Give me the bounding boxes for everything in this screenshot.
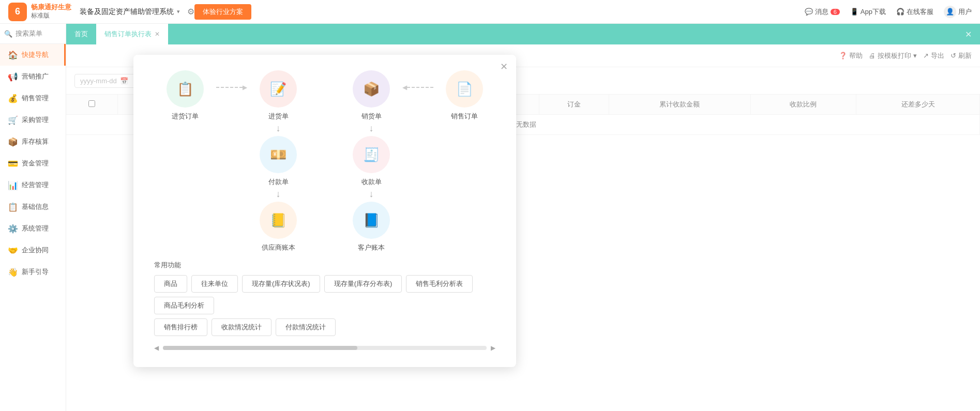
modal-close-icon[interactable]: ✕ <box>500 61 508 72</box>
func-btn-receipt-stats[interactable]: 收款情况统计 <box>212 318 272 336</box>
system-dropdown-arrow[interactable]: ▾ <box>177 8 180 15</box>
search-icon: 🔍 <box>4 30 12 38</box>
arrow-purchase-order-to-bill: ▶ <box>216 70 247 91</box>
download-icon: 📱 <box>850 8 858 16</box>
purchase-icon: 🛒 <box>8 115 18 125</box>
sidebar-item-finance[interactable]: 💳 资金管理 <box>0 153 66 174</box>
logo-area: 6 畅康通好生意 标准版 <box>8 3 71 21</box>
func-btn-payment-stats[interactable]: 付款情况统计 <box>276 318 336 336</box>
supplier-ledger-node: 📒 供应商账本 <box>247 202 309 252</box>
arrow-down-2b: ↓ <box>369 189 374 200</box>
sales-order-node: 📄 销售订单 <box>433 70 495 121</box>
system-icon: ⚙️ <box>8 224 18 233</box>
scroll-track[interactable] <box>163 346 487 350</box>
scroll-thumb <box>163 346 357 350</box>
func-btn-stock-status[interactable]: 现存量(库存状况表) <box>242 275 320 293</box>
func-btn-partners[interactable]: 往来单位 <box>191 275 238 293</box>
finance-icon: 💳 <box>8 159 18 168</box>
top-bar: 6 畅康通好生意 标准版 装备及固定资产辅助管理系统 ▾ ⚙ 体验行业方案 💬 … <box>0 0 980 24</box>
inventory-icon: 📦 <box>8 137 18 146</box>
sidebar-item-inventory[interactable]: 📦 库存核算 <box>0 131 66 153</box>
message-badge: 6 <box>831 9 840 15</box>
sales-bill-node: 📦 销货单 <box>340 70 402 121</box>
receipt-bill-label: 收款单 <box>361 177 382 187</box>
logo-icon: 6 <box>8 3 27 21</box>
sidebar-item-marketing[interactable]: 📢 营销推广 <box>0 66 66 87</box>
receipt-bill-icon: 🧾 <box>353 136 390 173</box>
customer-ledger-icon: 📘 <box>353 202 390 239</box>
sidebar-search[interactable]: 🔍 搜索菜单 <box>0 24 66 44</box>
sidebar-item-sales[interactable]: 💰 销售管理 <box>0 87 66 109</box>
sidebar-item-operation[interactable]: 📊 经营管理 <box>0 174 66 196</box>
modal-overlay[interactable]: ✕ 📋 进货订单 <box>66 24 980 411</box>
func-btn-stock-dist[interactable]: 现存量(库存分布表) <box>324 275 402 293</box>
app-download-btn[interactable]: 📱 App下载 <box>850 7 886 17</box>
func-btn-sales-profit[interactable]: 销售毛利分析表 <box>406 275 473 293</box>
payment-bill-node: 💴 付款单 <box>247 136 309 187</box>
marketing-icon: 📢 <box>8 72 18 81</box>
sales-order-icon: 📄 <box>446 70 483 108</box>
scroll-left-icon[interactable]: ◀ <box>154 344 159 352</box>
flow-modal: ✕ 📋 进货订单 <box>133 55 516 367</box>
supplier-ledger-label: 供应商账本 <box>262 243 295 252</box>
app-wrapper: 6 畅康通好生意 标准版 装备及固定资产辅助管理系统 ▾ ⚙ 体验行业方案 💬 … <box>0 0 980 411</box>
func-btn-goods[interactable]: 商品 <box>154 275 187 293</box>
online-service-btn[interactable]: 🎧 在线客服 <box>896 7 933 17</box>
purchase-order-node: 📋 进货订单 <box>154 70 216 121</box>
supplier-ledger-icon: 📒 <box>260 202 297 239</box>
purchase-bill-node: 📝 进货单 <box>247 70 309 121</box>
scroll-right-icon[interactable]: ▶ <box>491 344 495 352</box>
arrow-sales-order-to-bill: ◀ <box>402 70 433 91</box>
modal-scrollbar: ◀ ▶ <box>154 344 495 352</box>
flow-col-2: 📦 销货单 ↓ 🧾 收款单 ↓ 📘 客户账本 <box>340 70 402 252</box>
topbar-right: 💬 消息 6 📱 App下载 🎧 在线客服 👤 用户 <box>805 6 972 18</box>
flow-col-3: 📄 销售订单 <box>433 70 495 121</box>
func-buttons-row1: 商品 往来单位 现存量(库存状况表) 现存量(库存分布表) 销售毛利分析表 商品… <box>154 275 495 314</box>
sidebar-item-basic[interactable]: 📋 基础信息 <box>0 196 66 218</box>
purchase-bill-label: 进货单 <box>268 112 289 121</box>
service-icon: 🎧 <box>896 8 904 16</box>
logo-text: 畅康通好生意 标准版 <box>31 3 71 20</box>
arrow-down-2: ↓ <box>369 123 374 134</box>
sidebar-item-newbie[interactable]: 👋 新手引导 <box>0 261 66 283</box>
customer-ledger-node: 📘 客户账本 <box>340 202 402 252</box>
message-btn[interactable]: 💬 消息 6 <box>805 7 840 17</box>
sidebar-item-system[interactable]: ⚙️ 系统管理 <box>0 218 66 239</box>
arrow-down-1b: ↓ <box>276 189 281 200</box>
arrow-down-1: ↓ <box>276 123 281 134</box>
receipt-bill-node: 🧾 收款单 <box>340 136 402 187</box>
sidebar-item-collab[interactable]: 🤝 企业协同 <box>0 239 66 261</box>
newbie-icon: 👋 <box>8 267 18 277</box>
flow-col-0: 📋 进货订单 <box>154 70 216 121</box>
search-menu-btn[interactable]: 🔍 搜索菜单 <box>4 29 62 38</box>
func-btn-sales-rank[interactable]: 销售排行榜 <box>154 318 207 336</box>
purchase-order-label: 进货订单 <box>172 112 199 121</box>
gear-icon[interactable]: ⚙ <box>187 7 194 17</box>
flow-diagram: 📋 进货订单 ▶ 📝 <box>154 70 495 252</box>
operation-icon: 📊 <box>8 180 18 190</box>
common-func-section: 常用功能 商品 往来单位 现存量(库存状况表) 现存量(库存分布表) 销售毛利分… <box>154 261 495 336</box>
sidebar-nav: 🏠 快捷导航 📢 营销推广 💰 销售管理 🛒 采购管理 📦 库存核 <box>0 44 66 411</box>
quick-nav-icon: 🏠 <box>8 50 18 59</box>
func-btn-goods-profit[interactable]: 商品毛利分析 <box>154 297 214 314</box>
payment-bill-icon: 💴 <box>260 136 297 173</box>
flow-col-1: 📝 进货单 ↓ 💴 付款单 ↓ 📒 供应商账本 <box>247 70 309 252</box>
customer-ledger-label: 客户账本 <box>358 243 385 252</box>
message-icon: 💬 <box>805 8 813 16</box>
purchase-order-icon: 📋 <box>167 70 204 108</box>
sales-order-label: 销售订单 <box>451 112 478 121</box>
main-area: 🔍 搜索菜单 🏠 快捷导航 📢 营销推广 💰 销售管理 🛒 <box>0 24 980 411</box>
user-icon: 👤 <box>944 6 956 18</box>
basic-icon: 📋 <box>8 202 18 211</box>
purchase-bill-icon: 📝 <box>260 70 297 108</box>
content-area: 首页 销售订单执行表 ✕ ✕ ❓ 帮助 🖨 按模板打印 ▾ <box>66 24 980 411</box>
sales-bill-icon: 📦 <box>353 70 390 108</box>
sales-icon: 💰 <box>8 94 18 103</box>
user-btn[interactable]: 👤 用户 <box>944 6 972 18</box>
experience-button[interactable]: 体验行业方案 <box>194 4 251 20</box>
payment-bill-label: 付款单 <box>268 177 289 187</box>
sidebar-item-quick-nav[interactable]: 🏠 快捷导航 <box>0 44 66 66</box>
sidebar: 🔍 搜索菜单 🏠 快捷导航 📢 营销推广 💰 销售管理 🛒 <box>0 24 66 411</box>
collab-icon: 🤝 <box>8 246 18 255</box>
sidebar-item-purchase[interactable]: 🛒 采购管理 <box>0 109 66 131</box>
